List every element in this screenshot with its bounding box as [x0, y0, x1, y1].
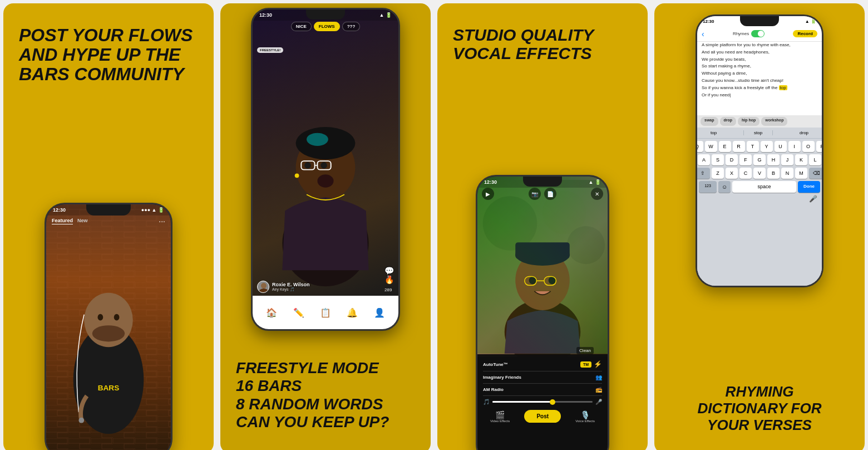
key-j[interactable]: J [781, 154, 793, 165]
time-1: 12:30 [53, 207, 66, 213]
bottom-actions: 🎬 Video Effects Post 🎙️ Voice Effects [483, 408, 602, 425]
key-h[interactable]: H [767, 154, 780, 165]
am-radio-row[interactable]: AM Radio 📻 [483, 384, 602, 396]
post-btn[interactable]: Post [524, 410, 561, 423]
key-k[interactable]: K [795, 154, 807, 165]
keyboard: Q W E R T Y U I O P A S [697, 139, 822, 286]
mic-icon: 🎤 [595, 399, 602, 405]
key-n[interactable]: N [781, 168, 793, 179]
panel-2: 12:30 ▲ 🔋 NICE FLOWS ??? FREESTYLE! 💬 33 [220, 3, 431, 450]
key-emoji[interactable]: ☺ [718, 181, 731, 193]
voice-effects-btn[interactable]: 🎙️ Voice Effects [575, 410, 595, 423]
key-done[interactable]: Done [798, 181, 820, 193]
effects-panel: AutoTune™ TM ⚡ Imaginary Friends 👥 AM Ra… [477, 354, 608, 450]
lyric-line-3: We provide you beats, [702, 56, 817, 63]
music-icon: 🎵 [483, 399, 490, 405]
phone2-tabs: NICE FLOWS ??? [253, 22, 398, 31]
play-btn[interactable]: ▶ [482, 188, 494, 200]
key-p[interactable]: P [816, 141, 822, 152]
voice-effects-label: Voice Effects [575, 419, 595, 423]
panel-4: 12:30 ▲ 🔋 ‹ Rhymes Record A si [654, 3, 865, 450]
key-u[interactable]: U [775, 141, 787, 152]
subtitle: Airy Keys 🎵 [272, 287, 309, 292]
key-e[interactable]: E [719, 141, 731, 152]
key-123[interactable]: 123 [699, 181, 717, 193]
tab-flows[interactable]: FLOWS [314, 22, 340, 31]
svg-point-16 [320, 162, 327, 169]
key-r[interactable]: R [733, 141, 745, 152]
key-q[interactable]: Q [697, 141, 703, 152]
svg-point-18 [317, 174, 333, 187]
edit-icon[interactable]: ✏️ [293, 307, 304, 318]
btext-4-1: RHYMING [726, 383, 794, 400]
record-btn[interactable]: Record [793, 30, 817, 37]
am-radio-label: AM Radio [483, 387, 595, 392]
key-w[interactable]: W [705, 141, 717, 152]
camera-btn[interactable]: 📷 [529, 188, 541, 200]
slider-thumb[interactable] [550, 399, 555, 405]
slider-row: 🎵 🎤 [483, 396, 602, 408]
key-x[interactable]: X [726, 168, 738, 179]
key-mic[interactable]: 🎤 [809, 195, 817, 203]
key-shift[interactable]: ⇧ [697, 168, 710, 179]
imaginary-friends-label: Imaginary Friends [483, 375, 595, 380]
more-icon[interactable]: ··· [159, 217, 165, 226]
key-g[interactable]: G [753, 154, 766, 165]
key-m[interactable]: M [795, 168, 807, 179]
rhymes-label: Rhymes [733, 31, 749, 36]
key-c[interactable]: C [739, 168, 752, 179]
key-t[interactable]: T [747, 141, 759, 152]
key-delete[interactable]: ⌫ [809, 168, 822, 179]
phone1-nav: Featured New ··· [46, 217, 171, 226]
svg-point-7 [92, 325, 125, 341]
suggestion-drop[interactable]: drop [720, 117, 737, 126]
svg-point-6 [114, 314, 120, 321]
lyric-line-4: So start making a rhyme, [702, 63, 817, 70]
home-icon[interactable]: 🏠 [266, 307, 277, 318]
close-btn[interactable]: ✕ [591, 188, 603, 200]
tab-new[interactable]: New [77, 218, 88, 224]
key-f[interactable]: F [739, 154, 752, 165]
headline-line2: AND HYPE UP THE [19, 45, 180, 65]
key-v[interactable]: V [753, 168, 766, 179]
bell-icon[interactable]: 🔔 [347, 307, 358, 318]
highlighted-word: top [779, 85, 787, 90]
user-info: Roxie E. Wilson Airy Keys 🎵 [257, 281, 376, 293]
key-a[interactable]: A [698, 154, 710, 165]
tab-nice[interactable]: NICE [291, 22, 312, 31]
key-space[interactable]: space [732, 181, 796, 193]
doc-btn[interactable]: 📄 [544, 188, 556, 200]
key-l[interactable]: L [809, 154, 821, 165]
key-s[interactable]: S [712, 154, 724, 165]
lyric-line-1: A simple platform for you to rhyme with … [702, 42, 817, 49]
suggestion-hiphop[interactable]: hip hop [738, 117, 760, 126]
toggle-switch[interactable] [751, 30, 765, 37]
key-o[interactable]: O [802, 141, 815, 152]
back-btn[interactable]: ‹ [702, 30, 704, 38]
svg-point-19 [295, 173, 299, 178]
lyric-line-7: So if you wanna kick a freestyle off the… [702, 85, 817, 92]
btext-3: 8 RANDOM WORDS [236, 395, 383, 413]
tab-featured[interactable]: Featured [52, 218, 73, 224]
rhymes-toggle: Rhymes [733, 30, 765, 37]
imaginary-friends-row[interactable]: Imaginary Friends 👥 [483, 371, 602, 384]
key-b[interactable]: B [767, 168, 780, 179]
key-d[interactable]: D [726, 154, 738, 165]
autotune-label: AutoTune™ [483, 362, 580, 367]
tab-question[interactable]: ??? [342, 22, 361, 31]
video-effects-btn[interactable]: 🎬 Video Effects [490, 410, 510, 423]
lightning-icon[interactable]: ⚡ [594, 360, 602, 368]
key-i[interactable]: I [788, 141, 801, 152]
headline-line1: POST YOUR FLOWS [19, 25, 193, 45]
panel-1: POST YOUR FLOWS AND HYPE UP THE BARS COM… [3, 3, 214, 450]
key-y[interactable]: Y [761, 141, 773, 152]
suggestions-bar: swap drop hip hop workshop [697, 115, 822, 128]
list-icon[interactable]: 📋 [320, 307, 331, 318]
svg-point-20 [307, 133, 328, 146]
profile-icon[interactable]: 👤 [374, 307, 385, 318]
suggestion-workshop[interactable]: workshop [761, 117, 787, 126]
suggestion-swap[interactable]: swap [701, 117, 718, 126]
key-z[interactable]: Z [712, 168, 724, 179]
slider-track[interactable] [492, 401, 593, 403]
phone-mockup-3: 12:30 ▲ 🔋 ▶ 📷 📄 ✕ Clean [476, 175, 609, 450]
